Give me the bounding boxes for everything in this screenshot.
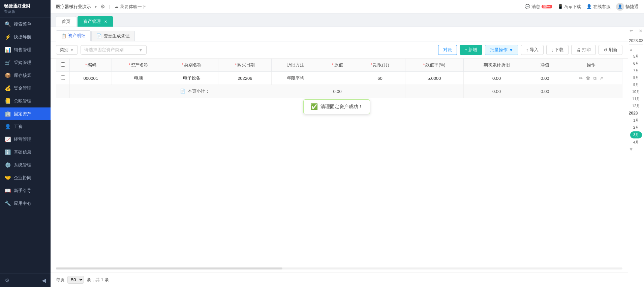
col-actions: 操作 [560,59,622,72]
topbar: 医疗器械行业演示 ▼ ⚙ | ☁ 我要体验一下 💬 消息 99++ 📱 App下… [51,0,644,13]
sidebar-item-purchase[interactable]: 🛒 采购管理 [0,56,51,69]
new-label: + 新增 [465,47,477,53]
print-button[interactable]: 🖨 打印 [571,45,596,55]
cell-name: 电脑 [112,72,165,85]
main-toolbar: 类别 ▼ 请选择固定资产类别 ▼ 对账 + 新增 [51,41,628,59]
bulk-button[interactable]: 批量操作 ▼ [485,45,518,55]
app-edition: 普及版 [4,9,47,14]
messages-button[interactable]: 💬 消息 99++ [525,4,552,10]
subtotal-net-value: 0.00 [530,85,560,98]
experience-text: 我要体验一下 [120,4,146,10]
fixed-assets-icon: 🏢 [5,111,11,117]
user-avatar[interactable]: 👤 畅捷通 [616,3,639,11]
collapse-icon[interactable]: ◀ [42,277,46,284]
month-1[interactable]: 1月 [629,117,643,124]
year-month-display: 2023.03 [629,37,643,45]
reconcile-button[interactable]: 对账 [438,45,457,55]
online-service-label: 在线客服 [593,4,611,10]
nav-down-arrow[interactable]: ▼ [629,146,643,153]
month-11[interactable]: 11月 [629,95,643,102]
month-6[interactable]: 6月 [629,60,643,67]
select-all-checkbox[interactable] [61,62,65,67]
sidebar-item-fixed-assets[interactable]: 🏢 固定资产 [0,107,51,120]
month-5[interactable]: 5月 [629,53,643,60]
app-download-button[interactable]: 📱 App下载 [558,4,581,10]
total-count: 条，共 1 条 [87,277,109,283]
sidebar-item-label: 资金管理 [14,85,31,91]
sidebar-item-sales[interactable]: 📊 销售管理 [0,43,51,56]
row-checkbox-cell[interactable] [56,72,70,85]
subtab-change-voucher[interactable]: 📄 变更生成凭证 [91,31,135,41]
subtab-asset-detail[interactable]: 📋 资产明细 [56,30,91,41]
per-page-select[interactable]: 50 [67,276,84,284]
select-all-header[interactable] [56,59,70,72]
sidebar-item-label: 库存核算 [14,72,31,78]
month-10[interactable]: 10月 [629,88,643,95]
sidebar-item-label: 固定资产 [14,111,31,117]
print-label: 打印 [582,47,591,53]
new-button[interactable]: + 新增 [460,45,482,55]
nav-up-arrow[interactable]: ▲ [629,46,643,53]
subtotal-label: 本页小计： [188,89,210,94]
copy-icon[interactable]: ⧉ [593,75,596,81]
sidebar-item-system[interactable]: ⚙️ 系统管理 [0,159,51,171]
download-button[interactable]: ↓ 下载 [546,45,569,55]
sidebar-item-salary[interactable]: 👤 工资 [0,120,51,133]
sidebar-item-label: 经营管理 [14,136,31,142]
month-4[interactable]: 4月 [629,139,643,146]
panel-close-icon[interactable]: ✕ [639,28,643,34]
settings-icon[interactable]: ⚙ [100,3,105,10]
horizontal-scrollbar[interactable] [56,267,622,269]
month-7[interactable]: 7月 [629,67,643,74]
month-9[interactable]: 9月 [629,81,643,88]
sidebar-item-inventory[interactable]: 📦 库存核算 [0,69,51,82]
page-icon: 📄 [180,89,185,94]
sidebar-item-quicknav[interactable]: ⚡ 快捷导航 [0,31,51,43]
bulk-label: 批量操作 [490,47,508,53]
basic-info-icon: ℹ️ [5,149,11,155]
edit-icon[interactable]: ✏ [579,75,583,81]
sidebar-item-operations[interactable]: 📈 经营管理 [0,133,51,146]
sidebar-item-collab[interactable]: 🤝 企业协同 [0,171,51,184]
message-badge: 99++ [542,5,552,8]
row-checkbox[interactable] [61,75,65,80]
month-12[interactable]: 12月 [629,102,643,109]
subtotal-period-empty [355,85,405,98]
tab-home[interactable]: 首页 [56,16,76,27]
tab-close-icon[interactable]: ✕ [104,20,107,24]
col-period: *期限(月) [355,59,405,72]
sidebar-item-guide[interactable]: 📖 新手引导 [0,184,51,197]
filter-label: 类别 [60,47,68,53]
refresh-button[interactable]: ↺ 刷新 [599,45,622,55]
sidebar-logo: 畅捷通好业财 普及版 [0,0,51,18]
tab-home-label: 首页 [62,19,70,24]
sidebar-item-label: 应用中心 [14,200,31,206]
asset-category-select[interactable]: 请选择固定资产类别 ▼ [81,45,147,55]
month-2[interactable]: 2月 [629,124,643,131]
col-original-value: *原值 [320,59,355,72]
avatar: 👤 [616,3,624,11]
right-panel: ✕ ⇔ 2023.03 ▲ 5月 6月 7月 8月 9月 10月 11月 12月… [628,27,644,287]
sidebar-item-appstore[interactable]: 🔧 应用中心 [0,197,51,210]
month-3-active[interactable]: 3月 [630,131,642,138]
messages-label: 消息 [531,4,540,10]
sidebar-item-basic-info[interactable]: ℹ️ 基础信息 [0,146,51,159]
cell-original-value [320,72,355,85]
more-icon[interactable]: ↗ [599,75,603,81]
panel-expand-icon[interactable]: ⇔ [630,28,633,33]
tab-asset-management[interactable]: 资产管理 ✕ [78,16,113,27]
month-8[interactable]: 8月 [629,74,643,81]
sidebar-item-finance[interactable]: 💰 资金管理 [0,82,51,95]
experience-link[interactable]: ☁ 我要体验一下 [114,4,146,10]
sidebar-item-ledger[interactable]: 📒 总账管理 [0,95,51,107]
settings-bottom-icon[interactable]: ⚙ [5,277,9,284]
per-page-label: 每页 [56,277,65,283]
app-name: 畅捷通好业财 [4,3,47,9]
category-filter[interactable]: 类别 ▼ [56,45,78,55]
online-service-button[interactable]: 👤 在线客服 [586,4,611,10]
sidebar-item-search[interactable]: 🔍 搜索菜单 [0,18,51,31]
cell-actions: ✏ 🗑 ⧉ ↗ [560,72,622,85]
import-button[interactable]: ↑ 导入 [521,45,544,55]
delete-icon[interactable]: 🗑 [586,75,590,81]
asset-category-placeholder: 请选择固定资产类别 [84,47,124,53]
